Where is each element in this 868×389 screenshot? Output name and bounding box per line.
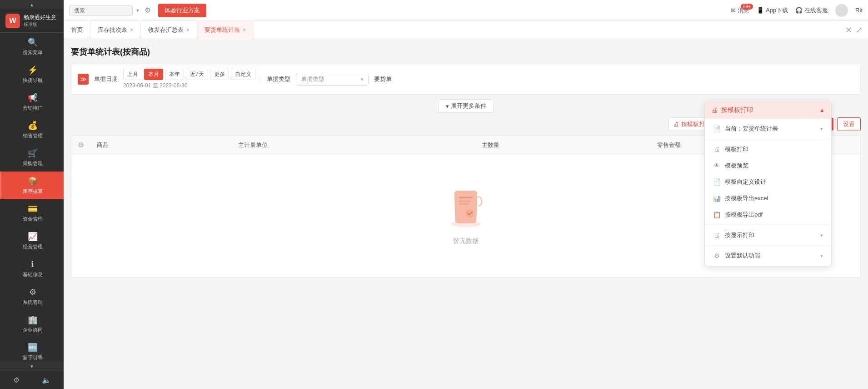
enterprise-icon: 🏢: [28, 315, 38, 325]
sidebar-item-operation[interactable]: 📈 经营管理: [0, 227, 64, 255]
sidebar-item-sales[interactable]: 💰 销售管理: [0, 116, 64, 144]
sidebar-item-marketing[interactable]: 📢 营销推广: [0, 88, 64, 116]
app-sub: 标准版: [24, 21, 56, 28]
filter-row: ≫ 单据日期 上月 本月 本年 近7天 更多 自定义 2023-06-01 至 …: [71, 64, 861, 95]
online-service-button[interactable]: 🎧 在线客服: [795, 6, 828, 15]
inventory-icon: 📦: [28, 176, 38, 186]
avatar[interactable]: [835, 4, 848, 17]
template-print-label: 模板打印: [725, 145, 823, 153]
table-settings-icon[interactable]: ⚙: [78, 141, 84, 149]
display-print-item[interactable]: 🖨 按显示打印 ▾: [705, 227, 831, 243]
settings-bottom-icon[interactable]: ⚙: [13, 376, 20, 384]
topbar: ▾ ⚙ 体验行业方案 ✉ 消息 99+ 📱 App下载 🎧 在线客服 Rit: [64, 0, 868, 21]
app-download-button[interactable]: 📱 App下载: [757, 6, 788, 15]
message-button[interactable]: ✉ 消息 99+: [731, 6, 749, 15]
dropdown-collapse-icon: ▲: [819, 107, 825, 113]
print-dropdown-title-group: 🖨 按模板打印: [711, 106, 753, 114]
sidebar-item-search[interactable]: 🔍 搜索菜单: [0, 33, 64, 61]
sidebar-item-enterprise[interactable]: 🏢 企业协同: [0, 310, 64, 338]
page-content: 要货单统计表(按商品) ≫ 单据日期 上月 本月 本年 近7天 更多 自定义 2…: [64, 39, 868, 389]
date-btn-last-month[interactable]: 上月: [123, 69, 142, 80]
expand-more-label: 展开更多条件: [451, 102, 486, 110]
date-btn-this-month[interactable]: 本月: [144, 69, 163, 80]
sidebar-item-finance[interactable]: 💳 资金管理: [0, 199, 64, 227]
date-btn-more[interactable]: 更多: [210, 69, 229, 80]
speaker-icon[interactable]: 🔈: [42, 376, 51, 384]
template-export-excel-item[interactable]: 📊 按模板导出excel: [705, 190, 831, 207]
tab-order-stats-close[interactable]: ×: [243, 27, 246, 33]
sidebar-item-label: 库存核算: [23, 188, 43, 195]
tab-expand-icon[interactable]: ⤢: [856, 25, 863, 35]
system-icon: ⚙: [29, 287, 36, 297]
main-area: ▾ ⚙ 体验行业方案 ✉ 消息 99+ 📱 App下载 🎧 在线客服 Rit 首…: [64, 0, 868, 389]
expand-more-button[interactable]: ▾ 展开更多条件: [438, 99, 494, 113]
default-func-label: 设置默认功能: [725, 252, 816, 260]
date-filter-label: 单据日期: [94, 75, 118, 83]
sidebar-item-quick-nav[interactable]: ⚡ 快捷导航: [0, 61, 64, 88]
template-export-pdf-label: 按模板导出pdf: [725, 211, 823, 219]
download-icon: 📱: [757, 7, 764, 14]
template-preview-item[interactable]: 👁 模板预览: [705, 157, 831, 174]
sidebar-item-inventory[interactable]: 📦 库存核算: [0, 172, 64, 199]
sidebar-scroll-down[interactable]: ▼: [0, 362, 64, 371]
tab-home[interactable]: 首页: [64, 21, 90, 39]
chevron-down-icon[interactable]: ▾: [136, 7, 139, 14]
tab-inventory-batch-close[interactable]: ×: [130, 27, 133, 33]
default-func-item[interactable]: ⚙ 设置默认功能 ▾: [705, 248, 831, 264]
empty-text: 暂无数据: [453, 237, 479, 245]
sidebar-item-purchase[interactable]: 🛒 采购管理: [0, 144, 64, 172]
date-btn-custom[interactable]: 自定义: [231, 69, 255, 80]
tab-order-stats-label: 要货单统计表: [205, 26, 240, 34]
print-current-item[interactable]: 📄 当前：要货单统计表 ▾: [705, 121, 831, 137]
date-btn-7days[interactable]: 近7天: [186, 69, 208, 80]
guide-icon: 🆕: [28, 343, 38, 353]
current-template-icon: 📄: [713, 125, 720, 132]
print-dropdown-header[interactable]: 🖨 按模板打印 ▲: [705, 101, 831, 119]
tab-receipt-summary[interactable]: 收发存汇总表 ×: [141, 21, 197, 39]
empty-illustration: [443, 186, 489, 232]
template-export-pdf-item[interactable]: 📋 按模板导出pdf: [705, 207, 831, 223]
tab-inventory-batch[interactable]: 库存批次账 ×: [90, 21, 141, 39]
sidebar-item-label: 搜索菜单: [23, 49, 43, 56]
col-unit: 主计量单位: [232, 136, 475, 154]
col-product: 商品: [90, 136, 232, 154]
print-items-section: 🖨 模板打印 👁 模板预览 📄 模板自定义设计 📊 按模板导出excel 📋: [705, 139, 831, 225]
filter-expand-button[interactable]: ≫: [78, 74, 89, 85]
sidebar-scroll-up[interactable]: ▲: [0, 0, 64, 9]
sidebar-item-guide[interactable]: 🆕 新手引导: [0, 338, 64, 362]
finance-icon: 💳: [28, 204, 38, 214]
date-btn-this-year[interactable]: 本年: [165, 69, 184, 80]
tab-close-all-icon[interactable]: ✕: [845, 25, 852, 35]
template-export-pdf-icon: 📋: [713, 211, 720, 218]
try-solution-button[interactable]: 体验行业方案: [158, 4, 206, 17]
tab-receipt-summary-label: 收发存汇总表: [148, 26, 184, 34]
printer-icon: 🖨: [673, 121, 679, 128]
print-current-label: 当前：要货单统计表: [725, 125, 816, 133]
sidebar-item-system[interactable]: ⚙ 系统管理: [0, 283, 64, 310]
date-range-display: 2023-06-01 至 2023-06-30: [123, 82, 187, 89]
topbar-right: ✉ 消息 99+ 📱 App下载 🎧 在线客服 Rit: [731, 4, 863, 17]
type-select[interactable]: 单据类型 ▾: [296, 73, 369, 86]
col-qty: 主数量: [475, 136, 651, 154]
sidebar-item-label: 企业协同: [23, 327, 43, 333]
sidebar-bottom: ⚙ 🔈: [0, 371, 64, 389]
template-design-item[interactable]: 📄 模板自定义设计: [705, 174, 831, 190]
tab-receipt-summary-close[interactable]: ×: [186, 27, 190, 33]
sidebar-item-basic[interactable]: ℹ 基础信息: [0, 255, 64, 283]
settings-button[interactable]: 设置: [837, 117, 861, 131]
tab-order-stats[interactable]: 要货单统计表 ×: [197, 21, 254, 39]
template-print-icon: 🖨: [713, 146, 720, 153]
sidebar-item-label: 营销推广: [23, 105, 43, 111]
display-print-icon: 🖨: [713, 232, 720, 239]
type-select-value: 单据类型: [301, 75, 324, 83]
marketing-icon: 📢: [28, 93, 38, 103]
template-print-item[interactable]: 🖨 模板打印: [705, 141, 831, 157]
svg-rect-1: [459, 197, 473, 198]
display-print-arrow-icon: ▾: [820, 232, 823, 238]
service-icon: 🎧: [795, 7, 803, 14]
table-settings-col: ⚙: [71, 136, 90, 154]
search-input[interactable]: [69, 5, 133, 16]
print-dropdown-title: 按模板打印: [721, 106, 753, 114]
gear-icon[interactable]: ⚙: [145, 6, 151, 15]
default-func-arrow-icon: ▾: [820, 253, 823, 259]
